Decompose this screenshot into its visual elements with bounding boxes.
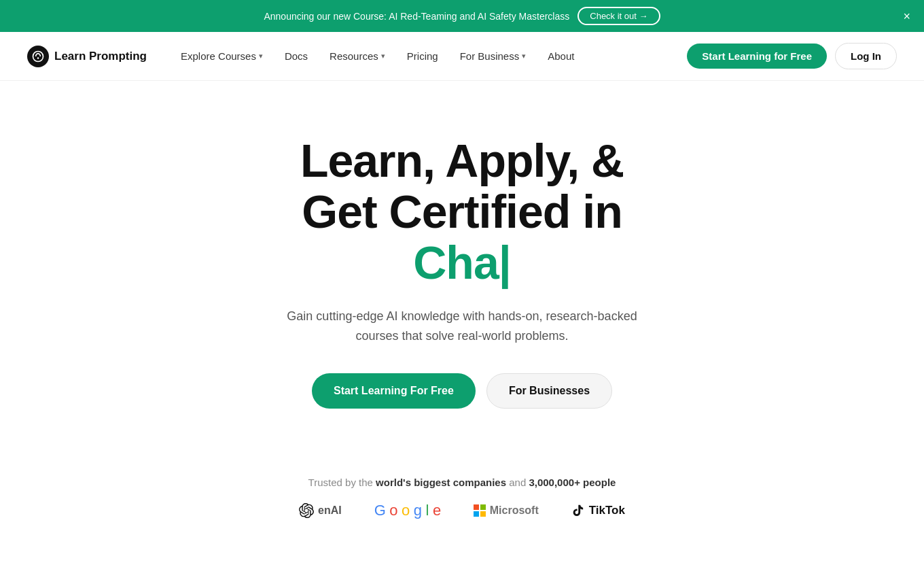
- nav-login-button[interactable]: Log In: [835, 43, 897, 69]
- hero-buttons: Start Learning For Free For Businesses: [312, 373, 612, 409]
- hero-title-accent: Cha|: [300, 237, 624, 288]
- banner-cta-button[interactable]: Check it out →: [578, 7, 660, 25]
- hero-section: Learn, Apply, & Get Certified in Cha| Ga…: [0, 81, 924, 449]
- openai-icon: [299, 503, 314, 518]
- banner-close-button[interactable]: ×: [903, 10, 910, 22]
- svg-point-1: [37, 57, 39, 59]
- trust-companies-bold: world's biggest companies: [376, 477, 506, 488]
- tiktok-text: TikTok: [589, 504, 625, 517]
- hero-start-learning-button[interactable]: Start Learning For Free: [312, 373, 476, 409]
- trust-people-bold: 3,000,000+ people: [529, 477, 616, 488]
- typing-cursor: |: [499, 237, 511, 288]
- hero-subtitle: Gain cutting-edge AI knowledge with hand…: [272, 307, 652, 346]
- nav-resources-label: Resources: [330, 50, 378, 62]
- ms-blue: [474, 511, 479, 517]
- openai-text: enAI: [318, 504, 342, 517]
- chevron-down-icon-business: ▾: [522, 52, 526, 61]
- nav-about-label: About: [548, 50, 574, 62]
- tiktok-logo: TikTok: [571, 504, 625, 517]
- google-g-yellow: o: [402, 502, 410, 519]
- google-logo: Google: [374, 502, 441, 519]
- chevron-down-icon-resources: ▾: [381, 52, 385, 61]
- google-g-blue: G: [374, 502, 386, 519]
- microsoft-logo: Microsoft: [474, 504, 539, 517]
- ms-red: [474, 504, 479, 510]
- nav-explore-courses-label: Explore Courses: [181, 50, 256, 62]
- nav-for-business[interactable]: For Business ▾: [450, 45, 536, 67]
- announcement-banner: Announcing our new Course: AI Red-Teamin…: [0, 0, 924, 32]
- trust-logos: enAI Google Microsoft TikTok: [299, 502, 625, 519]
- ms-yellow: [480, 511, 486, 517]
- nav-actions: Start Learning for Free Log In: [687, 43, 897, 69]
- openai-logo: enAI: [299, 503, 342, 518]
- google-g-red: o: [389, 502, 397, 519]
- nav-about[interactable]: About: [538, 45, 584, 67]
- google-g-red2: e: [433, 502, 441, 519]
- nav-pricing-label: Pricing: [407, 50, 438, 62]
- microsoft-text: Microsoft: [490, 504, 539, 517]
- nav-docs[interactable]: Docs: [275, 45, 317, 67]
- nav-resources[interactable]: Resources ▾: [320, 45, 395, 67]
- tiktok-icon: [571, 504, 585, 517]
- nav-start-learning-button[interactable]: Start Learning for Free: [687, 44, 827, 69]
- hero-for-businesses-button[interactable]: For Businesses: [486, 373, 612, 409]
- nav-explore-courses[interactable]: Explore Courses ▾: [171, 45, 272, 67]
- trust-text-prefix: Trusted by the: [308, 477, 376, 488]
- nav-links: Explore Courses ▾ Docs Resources ▾ Prici…: [171, 45, 687, 67]
- trust-text-mid: and: [506, 477, 529, 488]
- nav-pricing[interactable]: Pricing: [397, 45, 448, 67]
- ms-green: [480, 504, 486, 510]
- hero-title-line1: Learn, Apply, &: [300, 135, 624, 186]
- banner-message: Announcing our new Course: AI Red-Teamin…: [264, 11, 569, 22]
- logo-text: Learn Prompting: [54, 50, 147, 63]
- navbar: Learn Prompting Explore Courses ▾ Docs R…: [0, 32, 924, 81]
- chevron-down-icon: ▾: [259, 52, 263, 61]
- hero-title-line2: Get Certified in: [302, 186, 622, 237]
- logo-icon: [27, 46, 49, 67]
- google-g-green: l: [426, 502, 429, 519]
- nav-for-business-label: For Business: [460, 50, 520, 62]
- banner-content: Announcing our new Course: AI Red-Teamin…: [264, 7, 660, 25]
- nav-docs-label: Docs: [285, 50, 308, 62]
- hero-title: Learn, Apply, & Get Certified in Cha|: [300, 135, 624, 288]
- trust-text: Trusted by the world's biggest companies…: [308, 477, 616, 488]
- trust-section: Trusted by the world's biggest companies…: [0, 449, 924, 560]
- microsoft-grid-icon: [474, 504, 486, 517]
- svg-point-0: [33, 51, 43, 61]
- google-g-blue2: g: [414, 502, 422, 519]
- logo-link[interactable]: Learn Prompting: [27, 46, 147, 67]
